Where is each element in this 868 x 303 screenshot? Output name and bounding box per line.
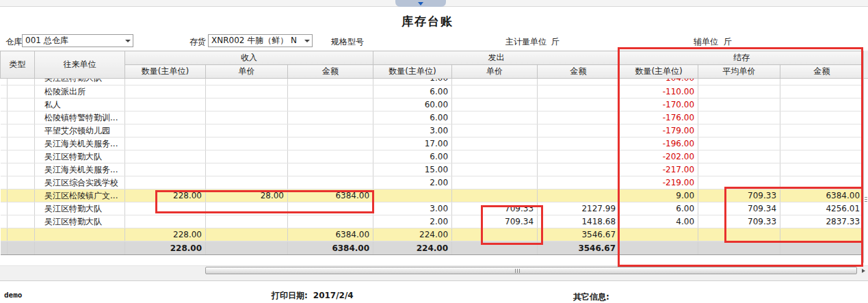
cell-out-price[interactable] [452, 79, 538, 85]
cell-bal-amount[interactable] [780, 150, 864, 163]
cell-partner[interactable]: 松陵镇特警特勤训... [35, 111, 125, 124]
cell-out-amount[interactable] [538, 163, 620, 176]
cell-in-qty[interactable] [125, 150, 206, 163]
cell-bal-price[interactable] [698, 228, 780, 241]
cell-type[interactable] [8, 85, 35, 98]
cell-in-price[interactable] [206, 137, 288, 150]
cell-bal-qty[interactable]: 9.00 [620, 189, 698, 202]
table-row[interactable]: 吴江海关机关服务...17.00-196.00 [1, 137, 864, 150]
cell-out-qty[interactable]: 6.00 [373, 85, 452, 98]
cell-bal-price[interactable] [698, 124, 780, 137]
cell-in-amount[interactable] [288, 137, 373, 150]
cell-type[interactable] [8, 163, 35, 176]
table-row[interactable]: 吴江海关机关服务...15.00-217.00 [1, 163, 864, 176]
cell-in-amount[interactable]: 6384.00 [288, 228, 373, 241]
cell-in-price[interactable] [206, 176, 288, 189]
cell-in-qty[interactable] [125, 98, 206, 111]
cell-type[interactable] [8, 111, 35, 124]
cell-type[interactable] [8, 137, 35, 150]
cell-out-qty[interactable]: 6.00 [373, 111, 452, 124]
cell-in-qty[interactable] [125, 79, 206, 85]
table-row[interactable]: 松陵派出所6.00-110.00 [1, 85, 864, 98]
cell-partner[interactable]: 吴江区综合实践学校 [35, 176, 125, 189]
cell-in-amount[interactable]: 6384.00 [288, 241, 373, 255]
table-row[interactable]: 吴江区松陵镇广文...228.0028.006384.009.00709.336… [1, 189, 864, 202]
table-row[interactable]: 吴江区特勤大队1.00-104.00 [1, 79, 864, 85]
cell-bal-qty[interactable]: -202.00 [620, 150, 698, 163]
cell-in-qty[interactable] [125, 215, 206, 228]
total-row[interactable]: 228.006384.00224.003546.67 [1, 241, 864, 255]
cell-out-qty[interactable]: 2.00 [373, 215, 452, 228]
cell-out-price[interactable] [452, 137, 538, 150]
cell-in-amount[interactable] [288, 85, 373, 98]
row-indicator-cell[interactable] [1, 124, 8, 137]
row-indicator-cell[interactable] [1, 137, 8, 150]
cell-in-amount[interactable] [288, 111, 373, 124]
cell-partner[interactable]: 松陵派出所 [35, 85, 125, 98]
cell-in-qty[interactable] [125, 176, 206, 189]
cell-bal-price[interactable]: 709.33 [698, 189, 780, 202]
row-indicator-cell[interactable] [1, 176, 8, 189]
scrollbar-grip-icon[interactable] [865, 197, 867, 202]
cell-bal-amount[interactable] [780, 85, 864, 98]
cell-bal-price[interactable] [698, 137, 780, 150]
cell-out-qty[interactable]: 60.00 [373, 98, 452, 111]
cell-out-price[interactable] [452, 163, 538, 176]
cell-out-price[interactable] [452, 98, 538, 111]
cell-bal-price[interactable] [698, 176, 780, 189]
cell-bal-amount[interactable] [780, 98, 864, 111]
table-row[interactable]: 吴江区综合实践学校2.00-219.00 [1, 176, 864, 189]
cell-out-amount[interactable] [538, 176, 620, 189]
table-row[interactable]: 吴江区特勤大队2.00709.341418.684.00709.332837.3… [1, 215, 864, 228]
table-row[interactable]: 吴江区特勤大队3.00709.332127.996.00709.344256.0… [1, 202, 864, 215]
row-indicator-cell[interactable] [1, 163, 8, 176]
cell-bal-price[interactable] [698, 111, 780, 124]
cell-out-qty[interactable]: 224.00 [373, 228, 452, 241]
cell-bal-qty[interactable]: -176.00 [620, 111, 698, 124]
cell-in-amount[interactable] [288, 202, 373, 215]
cell-in-price[interactable] [206, 150, 288, 163]
cell-in-qty[interactable]: 228.00 [125, 241, 206, 255]
cell-bal-qty[interactable]: -110.00 [620, 85, 698, 98]
cell-bal-qty[interactable] [620, 241, 698, 255]
cell-out-qty[interactable]: 6.00 [373, 150, 452, 163]
cell-type[interactable] [8, 189, 35, 202]
horizontal-scrollbar[interactable] [0, 265, 868, 275]
cell-out-price[interactable] [452, 124, 538, 137]
cell-bal-price[interactable]: 709.34 [698, 202, 780, 215]
cell-bal-qty[interactable]: -179.00 [620, 124, 698, 137]
cell-in-amount[interactable] [288, 150, 373, 163]
table-row[interactable]: 平望艾尔顿幼儿园3.00-179.00 [1, 124, 864, 137]
cell-bal-price[interactable] [698, 79, 780, 85]
cell-out-price[interactable] [452, 228, 538, 241]
cell-in-price[interactable] [206, 98, 288, 111]
cell-in-qty[interactable] [125, 202, 206, 215]
cell-type[interactable] [8, 124, 35, 137]
cell-in-amount[interactable] [288, 79, 373, 85]
cell-out-amount[interactable] [538, 137, 620, 150]
row-indicator-cell[interactable] [1, 98, 8, 111]
cell-in-qty[interactable]: 228.00 [125, 189, 206, 202]
cell-in-price[interactable] [206, 124, 288, 137]
collapse-panel-tab[interactable] [395, 0, 446, 7]
cell-type[interactable] [8, 202, 35, 215]
cell-out-price[interactable] [452, 241, 538, 255]
cell-out-price[interactable] [452, 176, 538, 189]
row-indicator-cell[interactable] [1, 241, 8, 255]
cell-in-amount[interactable] [288, 98, 373, 111]
cell-bal-qty[interactable]: 4.00 [620, 215, 698, 228]
cell-in-qty[interactable] [125, 163, 206, 176]
cell-bal-qty[interactable]: -104.00 [620, 79, 698, 85]
cell-bal-qty[interactable]: -217.00 [620, 163, 698, 176]
cell-in-price[interactable] [206, 85, 288, 98]
row-indicator-cell[interactable] [1, 215, 8, 228]
cell-bal-price[interactable]: 709.33 [698, 215, 780, 228]
cell-out-amount[interactable]: 3546.67 [538, 241, 620, 255]
chevron-down-icon[interactable] [122, 40, 133, 42]
cell-partner[interactable] [35, 241, 125, 255]
row-indicator-cell[interactable] [1, 111, 8, 124]
cell-partner[interactable]: 吴江区特勤大队 [35, 202, 125, 215]
cell-bal-price[interactable] [698, 150, 780, 163]
cell-partner[interactable]: 吴江区松陵镇广文... [35, 189, 125, 202]
cell-type[interactable] [8, 79, 35, 85]
